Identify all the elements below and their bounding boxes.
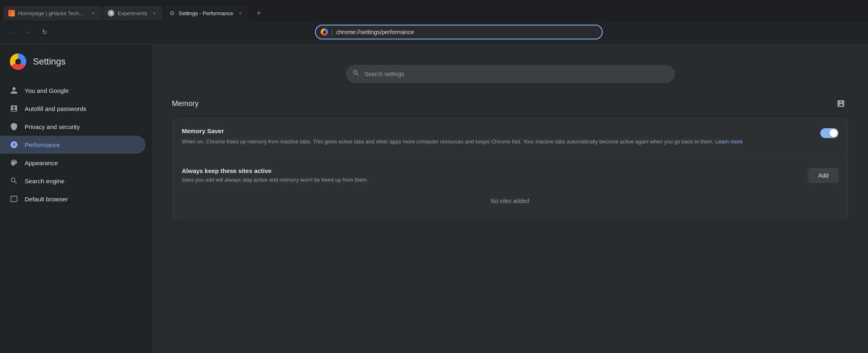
appearance-icon — [10, 159, 18, 167]
tab-close-settings[interactable]: × — [236, 9, 244, 17]
memory-saver-row: Memory Saver When on, Chrome frees up me… — [182, 127, 838, 146]
always-active-description: Sites you add will always stay active an… — [182, 177, 802, 183]
memory-saver-description: When on, Chrome frees up memory from ina… — [182, 138, 814, 146]
tab-settings[interactable]: ⚙ Settings - Performance × — [164, 6, 249, 21]
no-sites-text: No sites added — [182, 191, 838, 211]
search-placeholder: Search settings — [365, 71, 405, 77]
memory-saver-title: Memory Saver — [182, 127, 814, 134]
tab-title-ghacks: Homepage | gHacks Technology — [18, 10, 86, 16]
page-search-container: Search settings — [172, 58, 848, 96]
sidebar-item-you-and-google[interactable]: You and Google — [0, 81, 146, 99]
tab-bar: Homepage | gHacks Technology × ⚗ Experim… — [0, 0, 868, 21]
sidebar-nav: You and Google Autofill and passwords Pr… — [0, 78, 152, 208]
add-site-button[interactable]: Add — [808, 168, 838, 183]
memory-info-button[interactable] — [833, 96, 848, 111]
url-separator: | — [331, 28, 333, 36]
forward-button[interactable]: → — [21, 25, 35, 39]
tab-favicon-experiments: ⚗ — [108, 10, 114, 16]
chrome-icon — [321, 28, 328, 36]
settings-search-bar[interactable]: Search settings — [346, 65, 675, 83]
person-icon — [10, 86, 18, 95]
memory-saver-card: Memory Saver When on, Chrome frees up me… — [172, 118, 848, 156]
sidebar-item-performance[interactable]: Performance — [0, 136, 146, 154]
settings-chrome-icon — [10, 53, 26, 70]
browser-chrome: Homepage | gHacks Technology × ⚗ Experim… — [0, 0, 868, 45]
learn-more-link[interactable]: Learn more — [715, 138, 743, 145]
address-bar: ← → ↻ | chrome://settings/performance — [0, 21, 868, 44]
memory-section-header: Memory — [172, 96, 848, 111]
url-bar[interactable]: | chrome://settings/performance — [315, 25, 603, 39]
tab-favicon-ghacks — [8, 10, 15, 16]
back-button[interactable]: ← — [5, 25, 18, 39]
sidebar-label-default-browser: Default browser — [25, 196, 68, 203]
always-active-row: Always keep these sites active Sites you… — [182, 167, 838, 183]
memory-section: Memory Memory Saver When on, Chrome free… — [172, 96, 848, 221]
default-browser-icon — [10, 195, 18, 203]
tab-experiments[interactable]: ⚗ Experiments × — [103, 6, 163, 21]
refresh-button[interactable]: ↻ — [38, 25, 51, 39]
tab-close-ghacks[interactable]: × — [90, 9, 97, 17]
sidebar-label-autofill: Autofill and passwords — [25, 105, 86, 112]
new-tab-button[interactable]: + — [251, 6, 266, 21]
sidebar-label-performance: Performance — [25, 141, 60, 148]
main-content: Search settings Memory Memory Saver — [152, 45, 868, 353]
sidebar-label-you-and-google: You and Google — [25, 87, 69, 94]
always-active-title: Always keep these sites active — [182, 167, 802, 174]
tab-ghacks[interactable]: Homepage | gHacks Technology × — [3, 6, 102, 21]
shield-icon — [10, 122, 18, 131]
memory-section-title: Memory — [172, 99, 199, 108]
memory-saver-toggle[interactable] — [820, 128, 838, 138]
tab-close-experiments[interactable]: × — [150, 9, 158, 17]
sidebar-label-appearance: Appearance — [25, 159, 58, 166]
sidebar-item-search-engine[interactable]: Search engine — [0, 172, 146, 190]
sidebar-label-privacy: Privacy and security — [25, 123, 80, 130]
main-layout: Settings You and Google Autofill and pa — [0, 45, 868, 353]
always-active-card: Always keep these sites active Sites you… — [172, 157, 848, 221]
search-engine-icon — [10, 177, 18, 185]
memory-saver-content: Memory Saver When on, Chrome frees up me… — [182, 127, 814, 146]
sidebar-item-privacy[interactable]: Privacy and security — [0, 118, 146, 136]
autofill-icon — [10, 104, 18, 113]
tab-title-experiments: Experiments — [118, 10, 147, 16]
sidebar-item-appearance[interactable]: Appearance — [0, 154, 146, 172]
search-icon — [352, 69, 360, 78]
tab-title-settings: Settings - Performance — [178, 10, 233, 16]
tab-favicon-settings: ⚙ — [169, 10, 175, 16]
sidebar-item-default-browser[interactable]: Default browser — [0, 190, 146, 208]
always-active-content: Always keep these sites active Sites you… — [182, 167, 802, 183]
url-text: chrome://settings/performance — [336, 29, 597, 35]
settings-title: Settings — [33, 56, 66, 67]
toggle-thumb — [829, 129, 838, 137]
sidebar: Settings You and Google Autofill and pa — [0, 45, 152, 353]
sidebar-label-search-engine: Search engine — [25, 178, 65, 185]
sidebar-item-autofill[interactable]: Autofill and passwords — [0, 99, 146, 118]
settings-header: Settings — [0, 45, 152, 78]
performance-icon — [10, 141, 18, 149]
